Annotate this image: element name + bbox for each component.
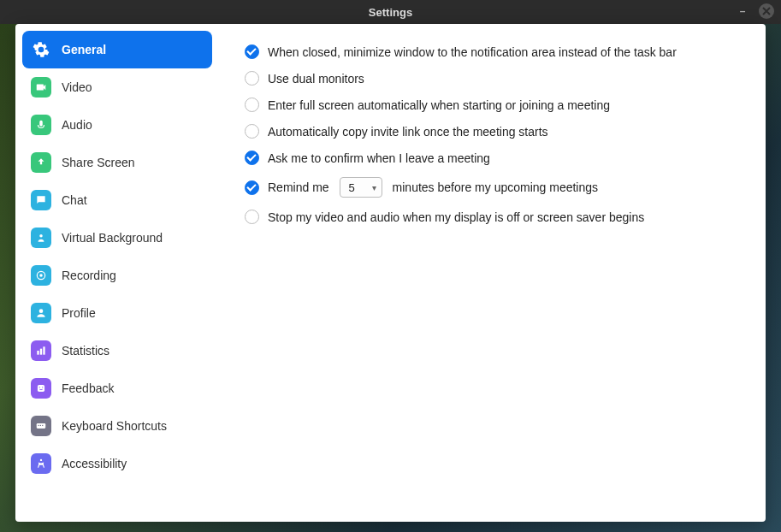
sidebar-item-profile[interactable]: Profile xyxy=(22,294,212,332)
setting-label-prefix: Remind me xyxy=(268,180,329,194)
sidebar-item-label: General xyxy=(62,43,106,56)
setting-minimize-to-tray: When closed, minimize window to the noti… xyxy=(245,44,740,59)
sidebar-item-label: Feedback xyxy=(62,381,114,395)
sidebar-item-label: Video xyxy=(62,80,92,94)
feedback-icon xyxy=(31,378,51,399)
settings-content: When closed, minimize window to the noti… xyxy=(219,24,766,522)
virtual-background-icon xyxy=(31,228,51,248)
setting-label: Automatically copy invite link once the … xyxy=(268,125,548,139)
svg-rect-4 xyxy=(37,351,38,355)
setting-label: When closed, minimize window to the noti… xyxy=(268,45,677,59)
sidebar-item-accessibility[interactable]: Accessibility xyxy=(22,445,212,482)
record-icon xyxy=(31,265,51,286)
sidebar-item-general[interactable]: General xyxy=(22,31,212,68)
profile-icon xyxy=(31,303,51,323)
sidebar-item-audio[interactable]: Audio xyxy=(22,106,212,144)
svg-point-14 xyxy=(40,459,42,461)
chat-icon xyxy=(31,190,51,210)
svg-rect-12 xyxy=(40,425,41,426)
audio-icon xyxy=(31,115,51,135)
accessibility-icon xyxy=(31,453,51,474)
checkbox-stop-av-on-lock[interactable] xyxy=(245,210,259,224)
close-button[interactable] xyxy=(759,3,774,19)
checkbox-dual-monitors[interactable] xyxy=(245,71,259,86)
sidebar-item-label: Accessibility xyxy=(62,457,127,470)
svg-point-8 xyxy=(39,387,40,387)
svg-rect-13 xyxy=(42,425,43,426)
svg-rect-7 xyxy=(38,385,44,392)
checkbox-auto-copy-invite[interactable] xyxy=(245,124,259,139)
sidebar-item-label: Keyboard Shortcuts xyxy=(62,419,167,433)
sidebar-item-label: Virtual Background xyxy=(62,231,163,245)
setting-label: Enter full screen automatically when sta… xyxy=(268,98,610,112)
setting-auto-copy-invite: Automatically copy invite link once the … xyxy=(245,124,740,139)
titlebar: Settings – xyxy=(0,0,781,24)
setting-label-suffix: minutes before my upcoming meetings xyxy=(393,180,598,194)
sidebar-item-chat[interactable]: Chat xyxy=(22,181,212,219)
setting-fullscreen-on-join: Enter full screen automatically when sta… xyxy=(245,98,740,112)
setting-stop-av-on-lock: Stop my video and audio when my display … xyxy=(245,210,740,224)
svg-rect-6 xyxy=(43,346,44,354)
dropdown-value: 5 xyxy=(349,181,355,194)
svg-rect-11 xyxy=(38,425,39,426)
sidebar-item-label: Audio xyxy=(62,118,92,132)
window-controls: – xyxy=(735,3,774,19)
sidebar-item-label: Statistics xyxy=(62,344,109,358)
settings-window: General Video Audio Share Screen Chat xyxy=(15,24,766,522)
sidebar: General Video Audio Share Screen Chat xyxy=(15,24,219,522)
setting-confirm-leave: Ask me to confirm when I leave a meeting xyxy=(245,151,740,165)
sidebar-item-recording[interactable]: Recording xyxy=(22,257,212,294)
sidebar-item-feedback[interactable]: Feedback xyxy=(22,369,212,407)
sidebar-item-label: Profile xyxy=(62,306,96,320)
share-icon xyxy=(31,152,51,173)
svg-point-0 xyxy=(39,234,43,238)
setting-dual-monitors: Use dual monitors xyxy=(245,71,740,86)
keyboard-icon xyxy=(31,416,51,436)
sidebar-item-video[interactable]: Video xyxy=(22,68,212,106)
checkbox-confirm-leave[interactable] xyxy=(245,151,259,165)
svg-rect-5 xyxy=(40,349,42,355)
sidebar-item-label: Share Screen xyxy=(62,156,135,169)
gear-icon xyxy=(31,39,51,60)
checkbox-remind-me[interactable] xyxy=(245,180,259,195)
setting-label: Ask me to confirm when I leave a meeting xyxy=(268,151,490,165)
svg-point-9 xyxy=(42,387,43,387)
window-title: Settings xyxy=(369,6,412,19)
setting-remind-me: Remind me 5 minutes before my upcoming m… xyxy=(245,177,740,198)
checkbox-minimize-to-tray[interactable] xyxy=(245,44,259,59)
sidebar-item-statistics[interactable]: Statistics xyxy=(22,332,212,369)
sidebar-item-share-screen[interactable]: Share Screen xyxy=(22,144,212,181)
sidebar-item-keyboard-shortcuts[interactable]: Keyboard Shortcuts xyxy=(22,407,212,445)
setting-label: Use dual monitors xyxy=(268,72,364,86)
remind-minutes-dropdown[interactable]: 5 xyxy=(340,177,382,198)
checkbox-fullscreen-on-join[interactable] xyxy=(245,98,259,112)
setting-label: Stop my video and audio when my display … xyxy=(268,210,644,224)
video-icon xyxy=(31,77,51,98)
svg-point-2 xyxy=(39,274,43,277)
sidebar-item-label: Recording xyxy=(62,269,116,282)
minimize-button[interactable]: – xyxy=(735,3,750,19)
sidebar-item-virtual-background[interactable]: Virtual Background xyxy=(22,219,212,257)
sidebar-item-label: Chat xyxy=(62,193,87,207)
stats-icon xyxy=(31,340,51,361)
svg-point-3 xyxy=(39,309,44,313)
